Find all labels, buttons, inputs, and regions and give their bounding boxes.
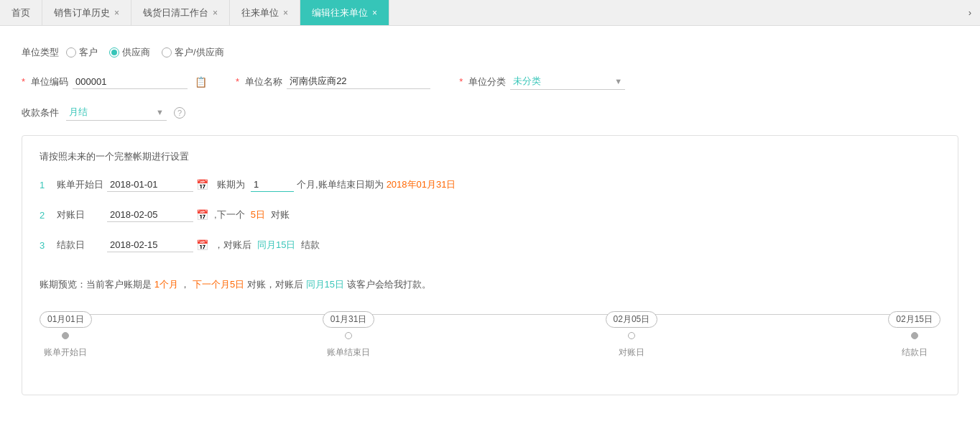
period-date-1[interactable] <box>107 178 193 192</box>
payment-terms-row: 收款条件 月结 ▼ ? <box>22 104 958 121</box>
period-desc-prefix-3: ，对账后 <box>214 239 251 252</box>
tab-sales-history[interactable]: 销售订单历史 × <box>42 0 131 25</box>
preview-part3: 同月15日 <box>306 279 344 290</box>
timeline-badge-0: 01月01日 <box>40 311 92 328</box>
preview-middle: 对账，对账后 <box>247 279 303 290</box>
period-cal-1[interactable]: 📅 <box>196 179 208 190</box>
main-content: 单位类型 客户 供应商 客户/供应商 * 单位编码 📋 * 单位名称 <box>0 26 980 437</box>
unit-category-dropdown[interactable]: 未分类 ▼ <box>510 73 625 90</box>
unit-name-group: * 单位名称 <box>236 75 430 89</box>
timeline-label-1: 账单结束日 <box>327 346 370 359</box>
tab-edit-partner-close[interactable]: × <box>372 8 377 18</box>
tab-sales-history-label: 销售订单历史 <box>54 6 110 19</box>
tab-cashflow-label: 钱货日清工作台 <box>143 6 208 19</box>
tab-partners-close[interactable]: × <box>283 8 288 18</box>
timeline-dot-3 <box>911 332 918 339</box>
preview-part2: 下一个月5日 <box>193 279 244 290</box>
unit-fields-row: * 单位编码 📋 * 单位名称 * 单位分类 未分类 ▼ <box>22 73 958 90</box>
unit-code-label: 单位编码 <box>31 75 68 88</box>
unit-category-required: * <box>459 76 463 87</box>
period-desc-highlight-3: 同月15日 <box>257 239 295 252</box>
radio-customer-label: 客户 <box>79 46 98 59</box>
unit-code-required: * <box>22 76 25 87</box>
tab-edit-partner-label: 编辑往来单位 <box>312 6 368 19</box>
tab-bar: 首页 销售订单历史 × 钱货日清工作台 × 往来单位 × 编辑往来单位 × › <box>0 0 980 26</box>
unit-type-row: 单位类型 客户 供应商 客户/供应商 <box>22 46 958 59</box>
tab-edit-partner[interactable]: 编辑往来单位 × <box>300 0 389 25</box>
period-date-2[interactable] <box>107 208 193 222</box>
payment-terms-label: 收款条件 <box>22 106 59 119</box>
radio-both-label: 客户/供应商 <box>175 46 224 59</box>
timeline-dot-0 <box>62 332 69 339</box>
tab-home[interactable]: 首页 <box>0 0 42 25</box>
payment-terms-dropdown[interactable]: 月结 ▼ <box>66 104 167 121</box>
period-suffix-before-1: 账期为 <box>217 178 245 191</box>
unit-code-group: * 单位编码 📋 <box>22 75 207 89</box>
period-instruction: 请按照未来的一个完整帐期进行设置 <box>40 150 940 163</box>
timeline: 01月01日 账单开始日 01月31日 账单结束日 02月05日 对账日 02月… <box>40 304 940 380</box>
tab-home-label: 首页 <box>11 6 30 19</box>
unit-category-arrow: ▼ <box>614 77 622 86</box>
payment-terms-value: 月结 <box>69 106 153 119</box>
period-num-2: 2 <box>40 210 57 221</box>
timeline-badge-3: 02月15日 <box>888 311 940 328</box>
unit-category-label: 单位分类 <box>468 75 506 88</box>
unit-name-input[interactable] <box>287 75 430 89</box>
unit-code-icon[interactable]: 📋 <box>195 76 207 88</box>
chevron-right-icon: › <box>969 7 971 18</box>
payment-terms-help[interactable]: ? <box>174 107 185 119</box>
period-row-3: 3 结款日 📅 ，对账后 同月15日 结款 <box>40 238 940 252</box>
timeline-label-3: 结款日 <box>902 346 928 359</box>
tab-partners[interactable]: 往来单位 × <box>230 0 300 25</box>
preview-part1: 1个月 <box>154 279 178 290</box>
payment-terms-arrow: ▼ <box>156 108 164 116</box>
timeline-points: 01月01日 账单开始日 01月31日 账单结束日 02月05日 对账日 02月… <box>40 311 940 359</box>
tab-sales-history-close[interactable]: × <box>114 8 119 18</box>
radio-supplier-label: 供应商 <box>122 46 150 59</box>
unit-code-input[interactable] <box>73 75 188 89</box>
timeline-point-3: 02月15日 结款日 <box>888 311 940 359</box>
preview-comma1: ， <box>180 279 190 290</box>
period-suffix-after-1: 个月,账单结束日期为 <box>297 178 384 191</box>
preview-suffix: 该客户会给我打款。 <box>347 279 431 290</box>
period-highlight-date-1: 2018年01月31日 <box>387 178 456 191</box>
period-months-input[interactable] <box>251 178 294 192</box>
period-row-1: 1 账单开始日 📅 账期为 个月,账单结束日期为 2018年01月31日 <box>40 178 940 192</box>
period-num-1: 1 <box>40 180 57 190</box>
radio-supplier[interactable]: 供应商 <box>109 46 150 59</box>
tab-partners-label: 往来单位 <box>241 6 279 19</box>
tab-cashflow-close[interactable]: × <box>213 8 218 18</box>
tab-more-button[interactable]: › <box>960 0 980 25</box>
period-date-3[interactable] <box>107 238 193 252</box>
period-label-1: 账单开始日 <box>57 178 107 191</box>
timeline-label-2: 对账日 <box>619 346 644 359</box>
unit-type-label: 单位类型 <box>22 46 59 59</box>
period-desc-prefix-2: ,下一个 <box>214 208 245 221</box>
unit-category-value: 未分类 <box>513 75 611 88</box>
radio-both[interactable]: 客户/供应商 <box>162 46 224 59</box>
period-desc-suffix-2: 对账 <box>271 208 290 221</box>
period-cal-2[interactable]: 📅 <box>196 209 208 221</box>
timeline-point-0: 01月01日 账单开始日 <box>40 311 92 359</box>
period-label-3: 结款日 <box>57 239 107 252</box>
period-desc-suffix-3: 结款 <box>301 239 320 252</box>
tab-cashflow[interactable]: 钱货日清工作台 × <box>131 0 230 25</box>
timeline-dot-1 <box>345 332 352 339</box>
timeline-badge-2: 02月05日 <box>606 311 658 328</box>
timeline-point-1: 01月31日 账单结束日 <box>323 311 375 359</box>
radio-supplier-circle <box>109 47 119 58</box>
period-cal-3[interactable]: 📅 <box>196 239 208 251</box>
period-desc-highlight-2: 5日 <box>251 208 265 221</box>
preview-prefix: 账期预览：当前客户账期是 <box>40 279 152 290</box>
unit-name-label: 单位名称 <box>245 75 282 88</box>
period-box: 请按照未来的一个完整帐期进行设置 1 账单开始日 📅 账期为 个月,账单结束日期… <box>22 135 958 395</box>
unit-type-radio-group: 客户 供应商 客户/供应商 <box>66 46 224 59</box>
timeline-point-2: 02月05日 对账日 <box>606 311 658 359</box>
timeline-badge-1: 01月31日 <box>323 311 375 328</box>
timeline-dot-2 <box>628 332 635 339</box>
unit-category-group: * 单位分类 未分类 ▼ <box>459 73 625 90</box>
period-label-2: 对账日 <box>57 208 107 221</box>
preview-text: 账期预览：当前客户账期是 1个月 ， 下一个月5日 对账，对账后 同月15日 该… <box>40 268 940 304</box>
radio-customer[interactable]: 客户 <box>66 46 98 59</box>
unit-name-required: * <box>236 76 239 87</box>
